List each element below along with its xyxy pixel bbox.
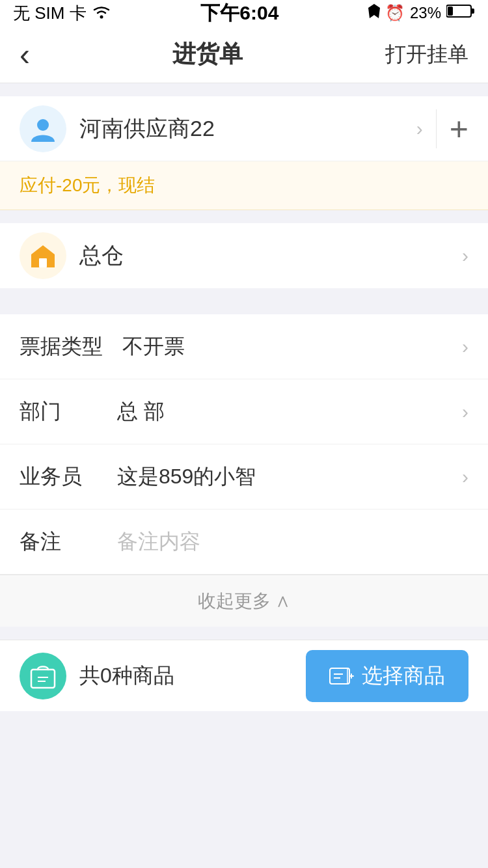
invoice-type-label: 票据类型 — [20, 332, 103, 361]
status-bar: 无 SIM 卡 下午6:04 ⏰ 23% — [0, 0, 488, 26]
warehouse-card: 总仓 › — [0, 223, 488, 288]
department-chevron-icon: › — [462, 401, 468, 423]
wifi-icon — [92, 3, 111, 23]
carrier-text: 无 SIM 卡 — [13, 2, 87, 25]
svg-rect-2 — [471, 8, 474, 14]
salesperson-row[interactable]: 业务员 这是859的小智 › — [0, 444, 488, 509]
supplier-chevron-icon: › — [416, 118, 423, 140]
bottom-bar: 共0种商品 选择商品 — [0, 640, 488, 711]
warehouse-icon — [20, 232, 66, 279]
page-title: 进货单 — [172, 38, 243, 70]
remark-row[interactable]: 备注 备注内容 — [0, 509, 488, 575]
department-row[interactable]: 部门 总 部 › — [0, 379, 488, 444]
department-label: 部门 — [20, 398, 98, 426]
notice-text: 应付-20元，现结 — [20, 175, 155, 195]
supplier-name: 河南供应商22 — [79, 114, 410, 144]
svg-point-4 — [37, 119, 49, 131]
salesperson-chevron-icon: › — [462, 466, 468, 488]
select-product-label: 选择商品 — [362, 662, 445, 690]
svg-rect-6 — [31, 670, 55, 688]
supplier-avatar — [20, 105, 66, 152]
alarm-icon: ⏰ — [385, 4, 405, 22]
salesperson-label: 业务员 — [20, 463, 98, 491]
section-gap-3 — [0, 288, 488, 301]
product-count-icon — [20, 653, 66, 699]
battery-text: 23% — [410, 4, 441, 22]
form-section: 票据类型 不开票 › 部门 总 部 › 业务员 这是859的小智 › 备注 备注… — [0, 314, 488, 627]
open-pending-button[interactable]: 打开挂单 — [385, 40, 468, 69]
status-bar-left: 无 SIM 卡 — [13, 2, 111, 25]
back-button[interactable]: ‹ — [20, 39, 30, 70]
product-count-text: 共0种商品 — [79, 662, 306, 690]
collapse-row[interactable]: 收起更多 ∧ — [0, 575, 488, 627]
svg-rect-5 — [39, 258, 47, 267]
svg-rect-9 — [330, 668, 349, 684]
warehouse-name: 总仓 — [79, 241, 455, 271]
invoice-type-value: 不开票 — [103, 332, 455, 361]
salesperson-value: 这是859的小智 — [98, 463, 455, 491]
supplier-row[interactable]: 河南供应商22 › + — [0, 96, 488, 161]
notice-banner: 应付-20元，现结 — [0, 161, 488, 210]
supplier-divider — [436, 109, 437, 148]
department-value: 总 部 — [98, 398, 455, 426]
remark-value: 备注内容 — [98, 528, 468, 556]
invoice-type-row[interactable]: 票据类型 不开票 › — [0, 314, 488, 379]
nav-bar: ‹ 进货单 打开挂单 — [0, 26, 488, 83]
section-gap-2 — [0, 210, 488, 223]
remark-label: 备注 — [20, 528, 98, 556]
svg-rect-3 — [448, 7, 453, 16]
invoice-type-chevron-icon: › — [462, 336, 468, 358]
status-bar-right: ⏰ 23% — [368, 4, 475, 22]
warehouse-row[interactable]: 总仓 › — [0, 223, 488, 288]
location-icon — [368, 4, 380, 22]
status-bar-time: 下午6:04 — [200, 0, 278, 27]
add-supplier-button[interactable]: + — [450, 113, 468, 145]
section-gap-1 — [0, 83, 488, 96]
supplier-card: 河南供应商22 › + 应付-20元，现结 — [0, 96, 488, 210]
svg-point-0 — [100, 15, 103, 18]
collapse-label: 收起更多 ∧ — [198, 589, 291, 614]
warehouse-chevron-icon: › — [462, 245, 468, 267]
select-product-button[interactable]: 选择商品 — [306, 650, 468, 702]
battery-icon — [446, 4, 475, 22]
